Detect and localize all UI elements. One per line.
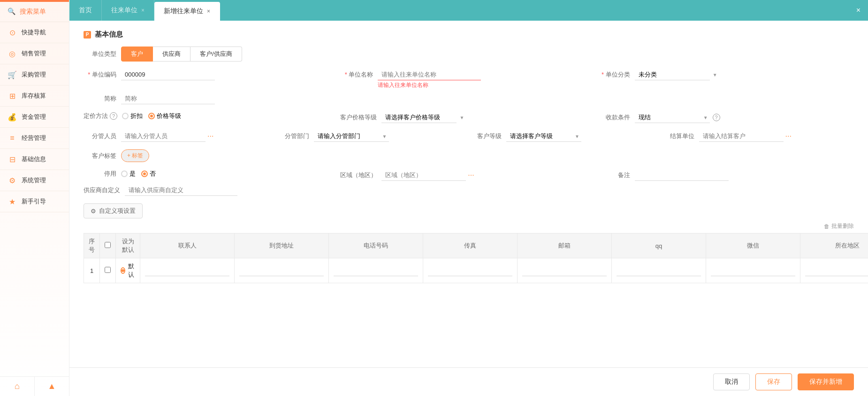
sidebar-item-label: 基础信息	[22, 155, 46, 163]
short-name-input[interactable]	[121, 93, 215, 104]
batch-delete-btn[interactable]: 🗑 批量删除	[824, 222, 854, 230]
unit-type-row: 单位类型 客户 供应商 客户/供应商	[84, 47, 854, 62]
col-fax: 传真	[423, 233, 518, 258]
manager-more-btn[interactable]: ···	[206, 132, 215, 140]
row-fax-input[interactable]	[428, 265, 512, 276]
kucun-icon: ⊞	[8, 91, 17, 101]
sidebar-item-xiaoshou[interactable]: ◎ 销售管理	[0, 43, 69, 64]
settlement-more-btn[interactable]: ···	[784, 132, 793, 140]
sidebar-item-xinshou[interactable]: ★ 新手引导	[0, 191, 69, 212]
add-tag-btn[interactable]: + 标签	[121, 149, 149, 162]
sidebar-item-kucun[interactable]: ⊞ 库存核算	[0, 85, 69, 107]
unit-category-select[interactable]: 未分类	[635, 69, 710, 80]
row-wechat-input[interactable]	[711, 265, 795, 276]
content-area: P 基本信息 单位类型 客户 供应商 客户/供应商 单位编码	[69, 21, 868, 367]
row-email-input[interactable]	[522, 265, 607, 276]
basic-info-section: P 基本信息 单位类型 客户 供应商 客户/供应商 单位编码	[84, 30, 854, 283]
radio-dot-no	[141, 171, 148, 177]
sidebar-item-jingying[interactable]: ≡ 经营管理	[0, 128, 69, 149]
unit-name-error: 请输入往来单位名称	[378, 81, 428, 89]
region-label: 区域（地区）	[340, 171, 381, 179]
row-contact-input[interactable]	[145, 265, 229, 276]
row-default-radio[interactable]: 默认	[121, 262, 135, 279]
tab-home[interactable]: 首页	[69, 0, 102, 21]
select-all-checkbox[interactable]	[105, 242, 111, 248]
payment-terms-wrapper[interactable]: 现结	[635, 112, 710, 123]
remark-cell: 备注	[597, 170, 854, 181]
disable-radio-yes[interactable]: 是	[121, 170, 136, 178]
custom-settings-btn[interactable]: ⚙ 自定义项设置	[84, 203, 143, 218]
sidebar-item-jichu[interactable]: ⊟ 基础信息	[0, 149, 69, 170]
tab-wanglai-label: 往来单位	[111, 6, 137, 15]
search-icon: 🔍	[8, 8, 16, 16]
sidebar-item-label: 经营管理	[22, 134, 46, 142]
payment-terms-select[interactable]: 现结	[635, 112, 710, 123]
sidebar-item-label: 采购管理	[22, 70, 46, 79]
sidebar-item-kuaijie[interactable]: ⊙ 快捷导航	[0, 22, 69, 43]
supplier-custom-input[interactable]	[125, 185, 237, 196]
unit-type-label: 单位类型	[84, 50, 121, 58]
customer-price-level-select[interactable]: 请选择客户价格等级	[381, 112, 457, 123]
sidebar: 🔍 搜索菜单 ⊙ 快捷导航 ◎ 销售管理 🛒 采购管理 ⊞ 库存核算 💰 资金管…	[0, 0, 69, 396]
pricing-radio-zhekou[interactable]: 折扣	[122, 112, 143, 120]
row-phone-input[interactable]	[334, 265, 418, 276]
table-header-row: 🗑 批量删除	[84, 222, 854, 230]
type-btn-customer[interactable]: 客户	[121, 47, 153, 62]
region-input[interactable]	[381, 170, 466, 181]
tab-xinzeng-close[interactable]: ×	[207, 8, 210, 15]
manager-row: 分管人员 ··· 分管部门 请输入分管部门 客户等级	[84, 131, 854, 142]
row-checkbox[interactable]	[105, 267, 111, 273]
disable-radio-group: 是 否	[121, 170, 156, 178]
remark-input[interactable]	[635, 170, 729, 181]
sidebar-item-label: 新手引导	[22, 197, 46, 206]
save-new-button[interactable]: 保存并新增	[798, 373, 854, 390]
pricing-zhekou-label: 折扣	[130, 112, 143, 120]
dept-select-wrapper[interactable]: 请输入分管部门	[314, 131, 389, 142]
customer-level-wrapper[interactable]: 请选择客户等级	[506, 131, 581, 142]
sidebar-expand-btn[interactable]: ▲	[35, 377, 69, 396]
unit-type-btn-group: 客户 供应商 客户/供应商	[121, 47, 242, 62]
tab-xinzeng[interactable]: 新增往来单位 ×	[154, 2, 220, 21]
sidebar-item-zijin[interactable]: 💰 资金管理	[0, 107, 69, 128]
pricing-row: 定价方法 ? 折扣 价格等级 客户	[84, 112, 854, 123]
unit-category-select-wrapper[interactable]: 未分类	[635, 69, 719, 80]
tab-xinzeng-label: 新增往来单位	[164, 7, 203, 16]
unit-code-label: 单位编码	[84, 70, 121, 79]
contact-table-section: 🗑 批量删除 序号 设为默认 联系人 到货地址 电话号码 传真	[84, 222, 854, 283]
tab-wanglai[interactable]: 往来单位 ×	[102, 0, 154, 21]
pricing-radio-jiage[interactable]: 价格等级	[148, 112, 181, 120]
dept-select[interactable]: 请输入分管部门	[314, 131, 389, 142]
customer-level-select[interactable]: 请选择客户等级	[506, 131, 581, 142]
settlement-input[interactable]	[699, 131, 784, 142]
sidebar-search[interactable]: 🔍 搜索菜单	[0, 2, 69, 22]
radio-dot-zhekou	[122, 113, 129, 119]
disable-radio-no[interactable]: 否	[141, 170, 156, 178]
type-btn-both[interactable]: 客户/供应商	[190, 47, 242, 62]
sidebar-item-xitong[interactable]: ⚙ 系统管理	[0, 170, 69, 191]
sidebar-home-btn[interactable]: ⌂	[0, 377, 35, 396]
tab-bar-close-btn[interactable]: ×	[849, 0, 868, 21]
row-qq-input[interactable]	[617, 265, 701, 276]
manager-label: 分管人员	[84, 132, 121, 140]
region-more-btn[interactable]: ···	[466, 171, 476, 179]
cancel-button[interactable]: 取消	[713, 373, 750, 390]
col-qq: qq	[612, 233, 706, 258]
sidebar-item-label: 库存核算	[22, 92, 46, 100]
unit-code-cell: 单位编码	[84, 69, 340, 80]
save-button[interactable]: 保存	[755, 373, 792, 390]
pricing-help-icon[interactable]: ?	[110, 112, 117, 120]
row-address-input[interactable]	[239, 265, 324, 276]
payment-terms-help-icon[interactable]: ?	[713, 114, 720, 121]
sidebar-item-caigou[interactable]: 🛒 采购管理	[0, 64, 69, 85]
tab-wanglai-close[interactable]: ×	[141, 7, 145, 14]
type-btn-supplier[interactable]: 供应商	[153, 47, 190, 62]
customer-price-level-wrapper[interactable]: 请选择客户价格等级	[381, 112, 466, 123]
unit-name-input[interactable]	[378, 69, 481, 80]
caigou-icon: 🛒	[8, 70, 17, 79]
unit-code-input[interactable]	[121, 69, 215, 80]
custom-settings-label: 自定义项设置	[99, 207, 136, 215]
row-region-input[interactable]	[805, 265, 868, 276]
pricing-cell: 定价方法 ? 折扣 价格等级	[84, 112, 340, 120]
customer-tag-label: 客户标签	[84, 152, 121, 160]
manager-input[interactable]	[121, 131, 206, 142]
